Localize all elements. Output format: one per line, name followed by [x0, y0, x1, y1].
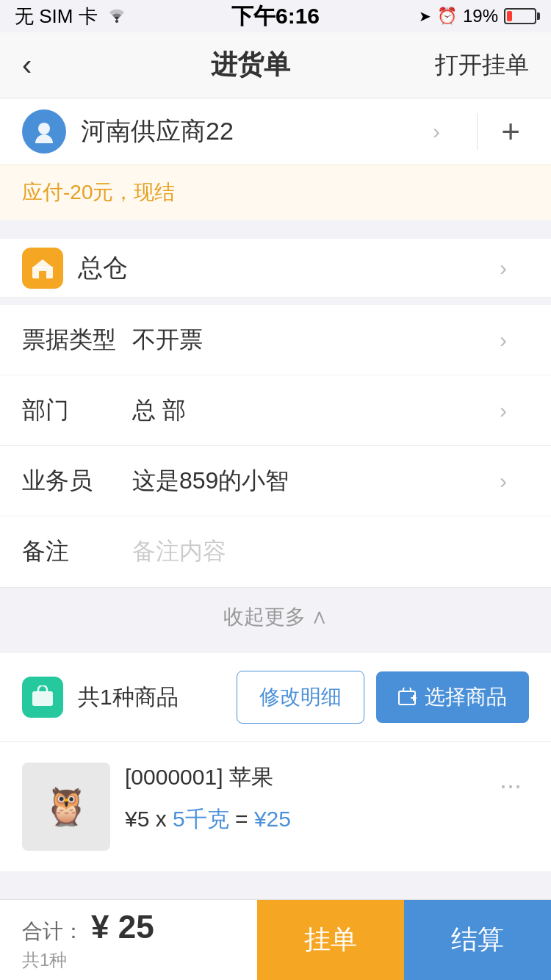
alarm-icon: ⏰ — [437, 7, 457, 26]
product-name: [0000001] 苹果 — [125, 763, 492, 793]
nav-bar: ‹ 进货单 打开挂单 — [0, 32, 551, 98]
product-price: ¥5 x 5千克 = ¥25 — [125, 804, 492, 835]
content: 河南供应商22 › + 应付-20元，现结 总仓 › 票据类型 不开票 › 部门 — [0, 98, 551, 959]
total-sub: 共1种 — [22, 948, 235, 972]
wifi-icon — [105, 5, 129, 28]
remark-placeholder: 备注内容 — [125, 536, 529, 568]
location-icon: ➤ — [419, 7, 431, 25]
department-label: 部门 — [22, 394, 125, 427]
product-header: 共1种商品 修改明细 选择商品 — [0, 653, 551, 741]
ticket-type-value: 不开票 — [125, 324, 500, 356]
status-right: ➤ ⏰ 19% — [419, 6, 536, 26]
department-row[interactable]: 部门 总 部 › — [0, 375, 551, 446]
salesperson-row[interactable]: 业务员 这是859的小智 › — [0, 446, 551, 516]
supplier-avatar — [22, 109, 66, 154]
product-thumbnail: 🦉 — [22, 763, 110, 851]
warehouse-row[interactable]: 总仓 › — [0, 231, 551, 298]
svg-point-1 — [38, 123, 50, 134]
product-info: [0000001] 苹果 ¥5 x 5千克 = ¥25 — [125, 763, 492, 835]
status-bar: 无 SIM 卡 下午6:16 ➤ ⏰ 19% — [0, 0, 551, 32]
remark-row[interactable]: 备注 备注内容 — [0, 516, 551, 587]
collapse-bar[interactable]: 收起更多 ∧ — [0, 587, 551, 646]
ticket-type-row[interactable]: 票据类型 不开票 › — [0, 305, 551, 375]
product-default-icon: 🦉 — [43, 785, 89, 828]
product-more-button[interactable]: ··· — [492, 763, 529, 808]
salesperson-chevron-icon: › — [500, 469, 507, 494]
ticket-type-label: 票据类型 — [22, 324, 125, 356]
salesperson-label: 业务员 — [22, 465, 125, 497]
svg-rect-3 — [39, 271, 46, 278]
form-section: 票据类型 不开票 › 部门 总 部 › 业务员 这是859的小智 › 备注 备注… — [0, 305, 551, 587]
chevron-right-icon: › — [433, 119, 440, 144]
total-amount: ¥ 25 — [91, 909, 154, 945]
back-button[interactable]: ‹ — [22, 48, 66, 82]
select-product-label: 选择商品 — [425, 683, 507, 711]
supplier-card: 河南供应商22 › + 应付-20元，现结 — [0, 98, 551, 220]
notice-text: 应付-20元，现结 — [22, 181, 175, 203]
warehouse-chevron-icon: › — [500, 256, 507, 281]
product-count: 共1种商品 — [78, 682, 237, 713]
supplier-name: 河南供应商22 — [81, 115, 433, 148]
supplier-divider — [477, 113, 478, 150]
notice-bar: 应付-20元，现结 — [0, 165, 551, 220]
page-title: 进货单 — [211, 47, 290, 83]
total-section: 合计： ¥ 25 共1种 — [0, 909, 257, 972]
hang-button[interactable]: 挂单 — [257, 900, 404, 981]
salesperson-value: 这是859的小智 — [125, 465, 500, 497]
department-chevron-icon: › — [500, 398, 507, 423]
svg-point-0 — [115, 20, 118, 23]
product-item: 🦉 [0000001] 苹果 ¥5 x 5千克 = ¥25 ··· — [0, 741, 551, 871]
status-left: 无 SIM 卡 — [15, 4, 129, 29]
edit-detail-button[interactable]: 修改明细 — [237, 671, 364, 724]
svg-rect-4 — [32, 691, 53, 706]
open-hang-button[interactable]: 打开挂单 — [435, 49, 529, 82]
ticket-chevron-icon: › — [500, 328, 507, 353]
supplier-row[interactable]: 河南供应商22 › + — [0, 98, 551, 165]
warehouse-name: 总仓 — [78, 251, 500, 285]
total-label: 合计： — [22, 918, 84, 945]
remark-label: 备注 — [22, 536, 125, 568]
select-product-button[interactable]: 选择商品 — [376, 671, 529, 723]
status-time: 下午6:16 — [231, 1, 320, 32]
department-value: 总 部 — [125, 394, 500, 427]
checkout-button[interactable]: 结算 — [404, 900, 551, 981]
battery-label: 19% — [463, 6, 498, 26]
product-header-icon — [22, 677, 63, 718]
carrier-label: 无 SIM 卡 — [15, 4, 98, 29]
bottom-bar: 合计： ¥ 25 共1种 挂单 结算 — [0, 899, 551, 980]
battery-icon — [504, 8, 536, 24]
add-supplier-button[interactable]: + — [492, 113, 529, 150]
warehouse-icon — [22, 248, 63, 289]
collapse-label: 收起更多 ∧ — [223, 603, 328, 631]
